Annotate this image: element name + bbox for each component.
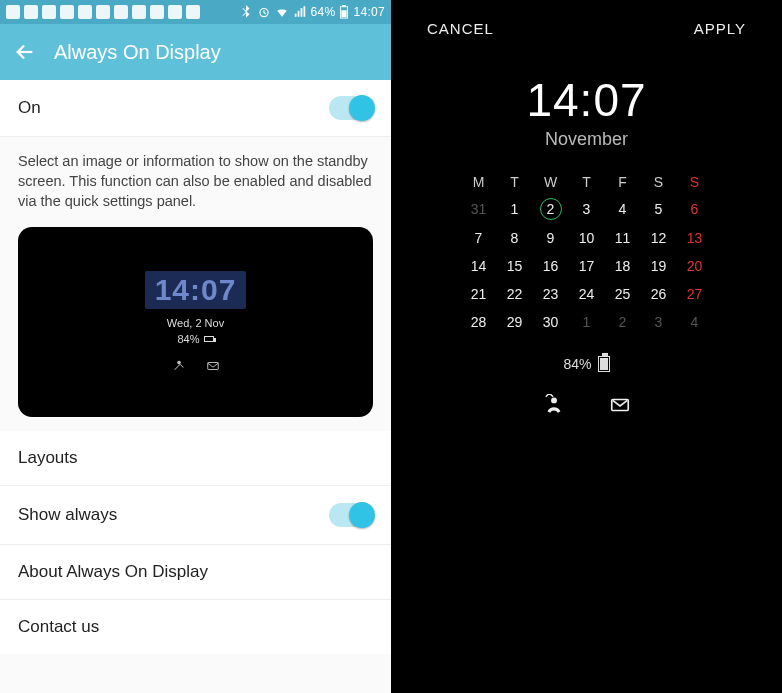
cal-day: 1 bbox=[575, 312, 599, 332]
cal-day: 5 bbox=[647, 198, 671, 220]
preview-icons bbox=[172, 359, 220, 373]
cal-day: 23 bbox=[539, 284, 563, 304]
battery-icon bbox=[339, 5, 349, 19]
svg-rect-5 bbox=[207, 363, 218, 370]
cal-day: 2 bbox=[539, 198, 563, 220]
notif-icon bbox=[96, 5, 110, 19]
settings-screen: 64% 14:07 Always On Display On Select an… bbox=[0, 0, 391, 693]
svg-point-6 bbox=[551, 397, 557, 403]
cal-day: 12 bbox=[647, 228, 671, 248]
aod-notification-icons bbox=[543, 394, 631, 416]
svg-rect-2 bbox=[343, 5, 347, 7]
on-toggle[interactable] bbox=[329, 96, 373, 120]
notif-icon bbox=[42, 5, 56, 19]
cal-dow: F bbox=[611, 174, 635, 190]
wifi-icon bbox=[275, 5, 289, 19]
cal-day: 3 bbox=[647, 312, 671, 332]
cal-dow: T bbox=[503, 174, 527, 190]
cal-day: 13 bbox=[683, 228, 707, 248]
cal-day: 30 bbox=[539, 312, 563, 332]
cal-dow: T bbox=[575, 174, 599, 190]
cal-day: 15 bbox=[503, 256, 527, 276]
about-item[interactable]: About Always On Display bbox=[0, 545, 391, 600]
back-icon[interactable] bbox=[14, 41, 36, 63]
show-always-label: Show always bbox=[18, 505, 117, 525]
aod-month: November bbox=[545, 129, 628, 150]
cal-day: 19 bbox=[647, 256, 671, 276]
cal-day: 24 bbox=[575, 284, 599, 304]
cal-day: 11 bbox=[611, 228, 635, 248]
description-text: Select an image or information to show o… bbox=[0, 137, 391, 221]
aod-clock: 14:07 bbox=[526, 73, 646, 127]
status-bar: 64% 14:07 bbox=[0, 0, 391, 24]
cal-day: 18 bbox=[611, 256, 635, 276]
cal-day: 25 bbox=[611, 284, 635, 304]
layouts-item[interactable]: Layouts bbox=[0, 431, 391, 486]
notif-icon bbox=[186, 5, 200, 19]
app-bar: Always On Display bbox=[0, 24, 391, 80]
battery-icon bbox=[204, 336, 214, 342]
svg-rect-3 bbox=[342, 10, 347, 17]
cal-dow: M bbox=[467, 174, 491, 190]
cal-day: 3 bbox=[575, 198, 599, 220]
notif-icon bbox=[60, 5, 74, 19]
cal-day: 31 bbox=[467, 198, 491, 220]
cal-day: 10 bbox=[575, 228, 599, 248]
page-title: Always On Display bbox=[54, 41, 221, 64]
status-battery-pct: 64% bbox=[311, 5, 336, 19]
cal-day: 9 bbox=[539, 228, 563, 248]
cal-day: 1 bbox=[503, 198, 527, 220]
aod-calendar: MTWTFSS 31123456789101112131415161718192… bbox=[455, 166, 719, 340]
cal-day: 22 bbox=[503, 284, 527, 304]
cal-day: 28 bbox=[467, 312, 491, 332]
apply-button[interactable]: APPLY bbox=[694, 20, 746, 37]
mail-icon bbox=[609, 394, 631, 416]
aod-preview[interactable]: 14:07 Wed, 2 Nov 84% bbox=[18, 227, 373, 417]
notif-icon bbox=[132, 5, 146, 19]
cal-day: 4 bbox=[611, 198, 635, 220]
cal-day: 21 bbox=[467, 284, 491, 304]
cal-day: 17 bbox=[575, 256, 599, 276]
preview-date: Wed, 2 Nov bbox=[167, 317, 224, 329]
cal-day: 2 bbox=[611, 312, 635, 332]
notif-icon bbox=[78, 5, 92, 19]
cal-day: 7 bbox=[467, 228, 491, 248]
contact-label: Contact us bbox=[18, 617, 99, 637]
notif-icon bbox=[114, 5, 128, 19]
notif-icon bbox=[6, 5, 20, 19]
notif-icon bbox=[24, 5, 38, 19]
cal-day: 16 bbox=[539, 256, 563, 276]
about-label: About Always On Display bbox=[18, 562, 208, 582]
cal-day: 8 bbox=[503, 228, 527, 248]
preview-clock: 14:07 bbox=[145, 271, 247, 309]
cal-dow: S bbox=[683, 174, 707, 190]
layouts-label: Layouts bbox=[18, 448, 78, 468]
alarm-icon bbox=[257, 5, 271, 19]
mail-icon bbox=[206, 359, 220, 373]
missed-call-icon bbox=[172, 359, 186, 373]
preview-battery: 84% bbox=[177, 333, 213, 345]
missed-call-icon bbox=[543, 394, 565, 416]
svg-point-4 bbox=[177, 361, 181, 365]
signal-icon bbox=[293, 5, 307, 19]
notif-icon bbox=[168, 5, 182, 19]
on-label: On bbox=[18, 98, 41, 118]
aod-preview-screen: CANCEL APPLY 14:07 November MTWTFSS 3112… bbox=[391, 0, 782, 693]
notif-icon bbox=[150, 5, 164, 19]
on-toggle-row[interactable]: On bbox=[0, 80, 391, 137]
contact-item[interactable]: Contact us bbox=[0, 600, 391, 654]
show-always-item[interactable]: Show always bbox=[0, 486, 391, 545]
cal-day: 29 bbox=[503, 312, 527, 332]
aod-battery: 84% bbox=[563, 356, 609, 372]
cal-day: 26 bbox=[647, 284, 671, 304]
cal-day: 6 bbox=[683, 198, 707, 220]
show-always-toggle[interactable] bbox=[329, 503, 373, 527]
cal-day: 27 bbox=[683, 284, 707, 304]
cal-day: 20 bbox=[683, 256, 707, 276]
bluetooth-icon bbox=[239, 5, 253, 19]
cal-dow: S bbox=[647, 174, 671, 190]
cal-day: 4 bbox=[683, 312, 707, 332]
battery-icon bbox=[598, 356, 610, 372]
cal-day: 14 bbox=[467, 256, 491, 276]
cancel-button[interactable]: CANCEL bbox=[427, 20, 494, 37]
